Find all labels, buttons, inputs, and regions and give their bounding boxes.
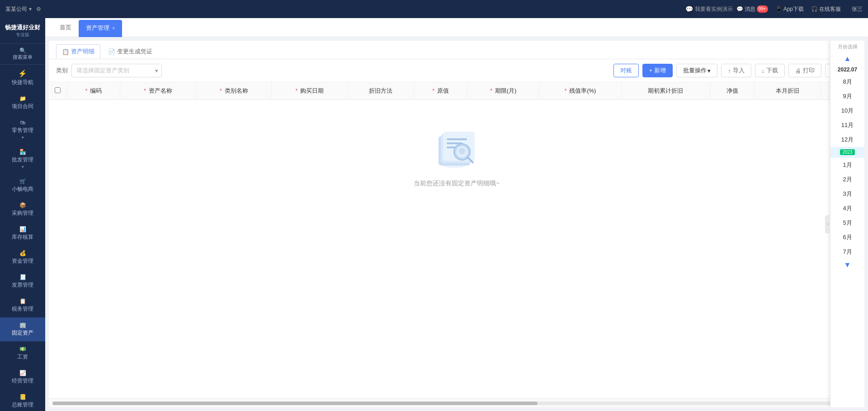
sidebar-item-wholesale[interactable]: 🏪 批发管理 ▾ — [0, 144, 45, 174]
scrollbar-thumb[interactable] — [52, 402, 538, 405]
month-item-4[interactable]: 4月 — [830, 201, 864, 216]
year-2023-badge: 2023 — [840, 149, 854, 155]
table-container: * 编码 * 资产名称 * 类别名称 — [49, 82, 864, 398]
assets-table: * 编码 * 资产名称 * 类别名称 — [49, 82, 864, 100]
sidebar-search[interactable]: 🔍 搜索菜单 — [0, 44, 45, 65]
voucher-tab-icon: 📄 — [108, 48, 115, 55]
detail-tab-label: 资产明细 — [71, 47, 94, 56]
th-name-label: 资产名称 — [149, 87, 172, 94]
nav-label: 快捷导航 — [12, 79, 33, 86]
retail-label: 零售管理 — [12, 127, 33, 134]
empty-text: 当前您还没有固定资产明细哦~ — [414, 180, 500, 188]
customer-service-action[interactable]: 🎧 在线客服 — [811, 5, 841, 13]
sidebar-item-assets[interactable]: 🏢 固定资产 — [0, 317, 45, 341]
th-original-value-label: 原值 — [437, 87, 449, 94]
headset-icon: 🎧 — [811, 6, 818, 12]
sidebar-item-project[interactable]: 📁 项目合同 — [0, 91, 45, 115]
sidebar-item-retail[interactable]: 🛍 零售管理 ▾ — [0, 115, 45, 144]
category-filter: 类别 请选择固定资产类别 — [56, 64, 162, 77]
th-net-value: 净值 — [710, 82, 754, 100]
demo-link-text: 我要看实例演示 — [695, 5, 733, 13]
sidebar-item-payroll[interactable]: 💵 工资 — [0, 341, 45, 365]
th-period-label: 期限(月) — [495, 87, 517, 94]
download-label: 下载 — [766, 66, 778, 75]
sidebar-item-ledger[interactable]: 📒 总账管理 — [0, 389, 45, 411]
month-item-12[interactable]: 12月 — [830, 132, 864, 147]
app-download-action[interactable]: 📱 App下载 — [775, 5, 804, 13]
sub-tabs: 📋 资产明细 📄 变更生成凭证 — [49, 41, 864, 59]
reconcile-button[interactable]: 对账 — [613, 64, 639, 77]
th-monthly-depreciation: 本月折旧 — [754, 82, 821, 100]
month-item-11[interactable]: 11月 — [830, 118, 864, 132]
tab-home-label: 首页 — [60, 24, 71, 32]
sidebar-item-ecommerce[interactable]: 🛒 小畅电商 — [0, 174, 45, 198]
month-nav-down[interactable]: ▼ — [830, 259, 864, 271]
bottom-scrollbar-area — [49, 398, 864, 407]
month-item-9[interactable]: 9月 — [830, 89, 864, 104]
user-name[interactable]: 张三 — [852, 5, 863, 13]
sub-tab-voucher[interactable]: 📄 变更生成凭证 — [102, 44, 158, 59]
month-year-label: 2022.07 — [830, 65, 864, 75]
app-logo: 畅捷通好业财 专业版 — [0, 18, 45, 44]
th-net-value-label: 净值 — [726, 87, 738, 94]
month-item-6[interactable]: 6月 — [830, 230, 864, 245]
inventory-label: 库存核算 — [12, 233, 33, 241]
sidebar-item-finance[interactable]: 💰 资金管理 — [0, 246, 45, 269]
month-item-3[interactable]: 3月 — [830, 187, 864, 201]
svg-point-10 — [459, 148, 465, 154]
month-nav-up[interactable]: ▲ — [830, 53, 864, 65]
sidebar: 畅捷通好业财 专业版 🔍 搜索菜单 ⚡ 快捷导航 📁 项目合同 🛍 零售管理 ▾… — [0, 18, 45, 411]
tax-icon: 📋 — [19, 298, 26, 304]
tab-home[interactable]: 首页 — [52, 18, 79, 37]
month-item-7[interactable]: 7月 — [830, 245, 864, 259]
sidebar-item-management[interactable]: 📈 经营管理 — [0, 365, 45, 389]
category-select-box[interactable]: 请选择固定资产类别 — [71, 64, 162, 77]
sub-tab-detail[interactable]: 📋 资产明细 — [56, 44, 100, 59]
month-item-5[interactable]: 5月 — [830, 216, 864, 230]
th-period: * 期限(月) — [467, 82, 539, 100]
sidebar-item-invoice[interactable]: 🧾 发票管理 — [0, 269, 45, 293]
download-icon: ↓ — [762, 67, 765, 74]
invoice-icon: 🧾 — [19, 274, 26, 280]
sidebar-item-tax[interactable]: 📋 税务管理 — [0, 293, 45, 317]
import-button[interactable]: ↑ 导入 — [721, 64, 751, 77]
company-selector[interactable]: 某某公司 ▾ ⚙ — [5, 5, 41, 13]
sidebar-item-purchase[interactable]: 📦 采购管理 — [0, 198, 45, 222]
tab-assets[interactable]: 资产管理 × — [79, 20, 122, 37]
category-label: 类别 — [56, 66, 68, 75]
horizontal-scrollbar[interactable] — [52, 402, 861, 405]
project-label: 项目合同 — [12, 103, 33, 110]
wholesale-icon: 🏪 — [19, 149, 26, 155]
message-action[interactable]: 💬 消息 99+ — [736, 5, 768, 13]
management-icon: 📈 — [19, 370, 26, 376]
sidebar-item-nav[interactable]: ⚡ 快捷导航 — [0, 65, 45, 91]
th-category-label: 类别名称 — [225, 87, 248, 94]
batch-button[interactable]: 批量操作 ▾ — [676, 64, 717, 77]
tab-close-icon[interactable]: × — [112, 25, 115, 31]
message-label: 消息 — [745, 5, 755, 13]
payroll-icon: 💵 — [19, 346, 26, 352]
th-residual-rate-label: 残值率(%) — [569, 87, 596, 94]
th-residual-rate: * 残值率(%) — [539, 82, 621, 100]
month-item-2023[interactable]: 2023 — [830, 147, 864, 158]
select-all-checkbox[interactable] — [55, 87, 61, 93]
demo-link[interactable]: 💬 我要看实例演示 — [685, 5, 733, 13]
category-select-wrapper[interactable]: 请选择固定资产类别 — [71, 64, 162, 77]
month-item-8[interactable]: 8月 — [830, 75, 864, 89]
month-item-10[interactable]: 10月 — [830, 104, 864, 118]
download-button[interactable]: ↓ 下载 — [755, 64, 785, 77]
svg-rect-4 — [447, 138, 467, 140]
company-name: 某某公司 — [5, 5, 27, 13]
settings-icon[interactable]: ⚙ — [36, 6, 41, 12]
assets-icon: 🏢 — [19, 322, 26, 328]
add-button[interactable]: + 新增 — [642, 64, 673, 77]
sidebar-item-inventory[interactable]: 📊 库存核算 — [0, 222, 45, 246]
dropdown-icon[interactable]: ▾ — [29, 6, 32, 12]
category-placeholder: 请选择固定资产类别 — [76, 67, 129, 74]
ecommerce-label: 小畅电商 — [12, 185, 33, 193]
print-button[interactable]: 🖨 打印 — [788, 64, 821, 77]
month-item-2[interactable]: 2月 — [830, 172, 864, 187]
month-panel-collapse[interactable]: › — [825, 215, 830, 233]
th-original-value: * 原值 — [414, 82, 467, 100]
month-item-1[interactable]: 1月 — [830, 158, 864, 172]
